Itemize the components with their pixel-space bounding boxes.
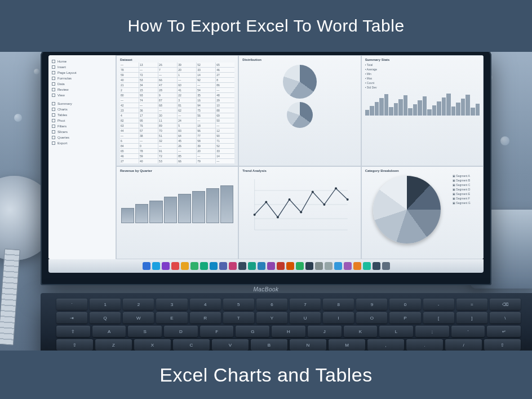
keyboard-key[interactable]: U: [290, 312, 321, 323]
keyboard-key[interactable]: V: [212, 339, 249, 351]
keyboard-key[interactable]: ⇧: [56, 339, 93, 351]
keyboard-key[interactable]: 6: [256, 299, 287, 310]
keyboard-key[interactable]: H: [272, 326, 305, 337]
keyboard-key[interactable]: ⇥: [56, 312, 87, 323]
dock-app-icon[interactable]: [325, 262, 333, 270]
dock-app-icon[interactable]: [363, 262, 371, 270]
dock-app-icon[interactable]: [238, 262, 246, 270]
sidebar-item[interactable]: View: [51, 92, 113, 98]
dock-app-icon[interactable]: [334, 262, 342, 270]
dock-app-icon[interactable]: [200, 262, 208, 270]
sidebar-item[interactable]: Export: [51, 140, 113, 146]
sidebar-item-label: Slicers: [57, 130, 68, 134]
keyboard-key[interactable]: L: [379, 326, 413, 337]
dock-app-icon[interactable]: [373, 262, 380, 270]
keyboard-key[interactable]: Q: [90, 312, 121, 323]
sidebar-item[interactable]: Summary: [51, 101, 113, 107]
keyboard-key[interactable]: G: [236, 326, 269, 337]
sidebar-item[interactable]: Filters: [51, 123, 113, 129]
keyboard-key[interactable]: 4: [190, 299, 221, 310]
sidebar-item[interactable]: Page Layout: [51, 70, 113, 76]
keyboard-key[interactable]: W: [123, 312, 154, 323]
dock-app-icon[interactable]: [315, 262, 323, 270]
sidebar-item[interactable]: Home: [51, 59, 113, 64]
dock-app-icon[interactable]: [143, 262, 150, 270]
panel-pie-big: Category Breakdown ▣ Segment A▣ Segment …: [361, 166, 484, 259]
dock-app-icon[interactable]: [296, 262, 304, 270]
keyboard-key[interactable]: 0: [389, 299, 420, 310]
keyboard-key[interactable]: R: [190, 312, 221, 323]
keyboard-key[interactable]: /: [445, 339, 482, 351]
keyboard-key[interactable]: M: [329, 339, 365, 351]
keyboard-key[interactable]: I: [323, 312, 354, 323]
sidebar-item[interactable]: Review: [51, 87, 113, 92]
line-point: [289, 198, 291, 201]
keyboard-key[interactable]: =: [456, 299, 487, 310]
keyboard-key[interactable]: `: [56, 299, 87, 310]
sidebar-item[interactable]: Tables: [51, 112, 113, 118]
keyboard-key[interactable]: J: [308, 326, 342, 337]
keyboard-key[interactable]: ⇧: [484, 339, 521, 351]
keyboard-key[interactable]: X: [134, 339, 171, 351]
keyboard-key[interactable]: 8: [323, 299, 354, 310]
keyboard-key[interactable]: ⇪: [56, 326, 90, 337]
dock-app-icon[interactable]: [210, 262, 218, 270]
dock-app-icon[interactable]: [229, 262, 237, 270]
dock-app-icon[interactable]: [267, 262, 275, 270]
keyboard-key[interactable]: S: [128, 326, 162, 337]
keyboard-key[interactable]: ,: [367, 339, 404, 351]
keyboard-key[interactable]: ]: [456, 312, 487, 323]
dock-app-icon[interactable]: [181, 262, 189, 270]
keyboard-key[interactable]: 3: [156, 299, 187, 310]
keyboard-key[interactable]: E: [156, 312, 187, 323]
keyboard-key[interactable]: Y: [256, 312, 287, 323]
keyboard-key[interactable]: D: [164, 326, 198, 337]
keyboard-key[interactable]: 9: [356, 299, 387, 310]
keyboard-key[interactable]: 7: [290, 299, 321, 310]
keyboard-key[interactable]: B: [251, 339, 287, 351]
keyboard-key[interactable]: Z: [95, 339, 132, 351]
dock-app-icon[interactable]: [248, 262, 256, 270]
sidebar-item[interactable]: Insert: [51, 64, 113, 70]
dock-app-icon[interactable]: [152, 262, 160, 270]
table-cell: 27: [120, 159, 139, 163]
keyboard-key[interactable]: ⌫: [490, 299, 521, 310]
dock-app-icon[interactable]: [258, 262, 265, 270]
keyboard-key[interactable]: 2: [123, 299, 154, 310]
keyboard-key[interactable]: -: [423, 299, 454, 310]
line-point: [312, 191, 314, 193]
keyboard-key[interactable]: T: [223, 312, 254, 323]
keyboard-key[interactable]: O: [356, 312, 387, 323]
sidebar-item[interactable]: Charts: [51, 107, 113, 112]
dock-app-icon[interactable]: [219, 262, 227, 270]
keyboard-key[interactable]: 1: [90, 299, 121, 310]
dock-app-icon[interactable]: [353, 262, 361, 270]
keyboard-key[interactable]: N: [290, 339, 326, 351]
keyboard-key[interactable]: ↵: [487, 326, 521, 337]
dock-app-icon[interactable]: [382, 262, 390, 270]
sidebar-item[interactable]: Formulas: [51, 76, 113, 81]
keyboard-key[interactable]: A: [92, 326, 126, 337]
keyboard-key[interactable]: K: [344, 326, 378, 337]
keyboard-key[interactable]: C: [173, 339, 210, 351]
dock-app-icon[interactable]: [286, 262, 294, 270]
table-cell: 10: [216, 103, 234, 108]
keyboard-key[interactable]: \: [490, 312, 521, 323]
dock-app-icon[interactable]: [305, 262, 313, 270]
sidebar-item[interactable]: Queries: [51, 135, 113, 140]
keyboard-key[interactable]: ;: [415, 326, 449, 337]
dock-app-icon[interactable]: [190, 262, 198, 270]
sidebar-item[interactable]: Slicers: [51, 129, 113, 135]
dock-app-icon[interactable]: [344, 262, 352, 270]
dock-app-icon[interactable]: [162, 262, 170, 270]
sidebar-item[interactable]: Data: [51, 81, 113, 87]
dock-app-icon[interactable]: [277, 262, 285, 270]
sidebar-item[interactable]: Pivot: [51, 118, 113, 123]
keyboard-key[interactable]: [: [423, 312, 454, 323]
keyboard-key[interactable]: ': [451, 326, 485, 337]
dock-app-icon[interactable]: [171, 262, 179, 270]
keyboard-key[interactable]: F: [200, 326, 234, 337]
keyboard-key[interactable]: 5: [223, 299, 254, 310]
keyboard-key[interactable]: .: [406, 339, 443, 351]
keyboard-key[interactable]: P: [389, 312, 420, 323]
